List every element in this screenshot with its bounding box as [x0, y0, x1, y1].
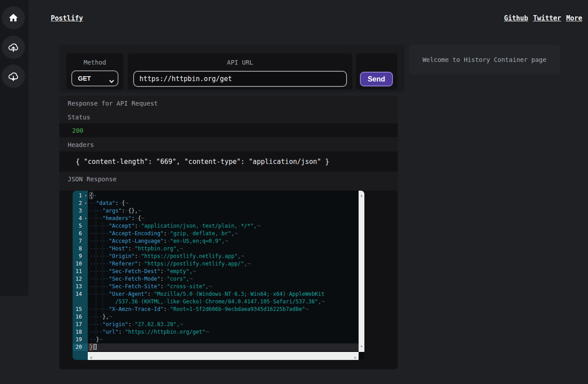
download-button[interactable] [2, 65, 25, 88]
send-box: Send [356, 53, 397, 90]
code-line: ····"headers":·{¬ [88, 215, 359, 222]
code-line: ······"Host":·"httpbin.org",¬ [88, 245, 359, 253]
code-line: ····},¬ [88, 313, 359, 321]
fold-arrow-icon[interactable]: ▾ [85, 200, 87, 207]
editor-horizontal-scrollbar[interactable]: ◀ ▶ [88, 352, 359, 360]
code-line: } [88, 343, 359, 351]
scroll-down-icon[interactable]: ▼ [359, 343, 364, 351]
text-cursor [94, 344, 97, 350]
home-icon [8, 12, 19, 23]
cloud-upload-icon [8, 41, 19, 53]
code-line: ······"Accept-Encoding":·"gzip,·deflate,… [88, 230, 359, 237]
editor-vertical-scrollbar[interactable]: ▲ ▼ [359, 191, 364, 352]
scroll-right-icon[interactable]: ▶ [355, 354, 356, 360]
code-line: ······"Sec-Fetch-Site":·"cross-site",¬ [88, 283, 359, 290]
line-number: 9 [73, 253, 88, 260]
nav-link-more[interactable]: More [566, 14, 582, 22]
code-line: /537.36·(KHTML,·like·Gecko)·Chrome/84.0.… [88, 298, 359, 306]
api-url-input[interactable] [133, 71, 347, 87]
line-number: 20 [73, 343, 88, 351]
code-line: ······"Referer":·"https://postlify.netli… [88, 260, 359, 268]
history-panel: Welcome to History Container page [409, 45, 560, 74]
code-line: ······"Accept-Language":·"en-US,en;q=0.9… [88, 237, 359, 245]
line-number: 3 [73, 207, 88, 215]
json-response-row: 1▾2▾34▾567891011121314151617181920 {¬··"… [59, 191, 398, 369]
code-line: ··}¬ [88, 336, 359, 343]
line-number: 17 [73, 321, 88, 328]
line-number: 13 [73, 283, 88, 290]
status-row: 200 [59, 123, 398, 137]
headers-label: Headers [59, 137, 398, 151]
line-number: 2▾ [73, 200, 88, 207]
headers-row: { "content-length": "669", "content-type… [59, 151, 398, 172]
json-editor: 1▾2▾34▾567891011121314151617181920 {¬··"… [73, 191, 364, 360]
line-number: 4▾ [73, 215, 88, 222]
upload-button[interactable] [2, 36, 25, 59]
code-line: ······"User-Agent":·"Mozilla/5.0·(Window… [88, 290, 359, 298]
line-number [73, 298, 88, 306]
line-number: 10 [73, 260, 88, 268]
response-title: Response for API Request [59, 96, 398, 110]
fold-arrow-icon[interactable]: ▾ [85, 215, 87, 222]
line-number: 19 [73, 336, 88, 343]
code-line: {¬ [88, 192, 359, 200]
code-line: ····"origin":·"27.62.83.28",¬ [88, 321, 359, 328]
code-line: ····"url":·"https://httpbin.org/get"¬ [88, 328, 359, 336]
json-response-label: JSON Response [59, 172, 398, 186]
status-value: 200 [72, 127, 83, 134]
url-label: API URL [128, 59, 352, 66]
line-number: 5 [73, 222, 88, 230]
line-number: 14 [73, 290, 88, 298]
line-number: 1▾ [73, 192, 88, 200]
fold-arrow-icon[interactable]: ▾ [85, 192, 87, 200]
code-line: ······"Sec-Fetch-Dest":·"empty",¬ [88, 268, 359, 275]
response-panel: Response for API Request Status 200 Head… [59, 96, 398, 369]
cloud-download-icon [8, 70, 19, 82]
line-number: 16 [73, 313, 88, 321]
nav-link-github[interactable]: Github [504, 14, 528, 22]
method-label: Method [66, 59, 123, 66]
nav-link-twitter[interactable]: Twitter [533, 14, 561, 22]
home-button[interactable] [2, 6, 25, 29]
code-line: ······"Sec-Fetch-Mode":·"cors",¬ [88, 275, 359, 283]
line-number: 18 [73, 328, 88, 336]
line-number: 6 [73, 230, 88, 237]
line-number: 12 [73, 275, 88, 283]
code-line: ······"X-Amzn-Trace-Id":·"Root=1-5f2d606… [88, 306, 359, 313]
method-box: Method GET [66, 53, 123, 90]
url-box: API URL [128, 53, 352, 90]
sidebar [0, 0, 29, 296]
history-message: Welcome to History Container page [422, 56, 546, 63]
code-line: ······"Accept":·"application/json,·text/… [88, 222, 359, 230]
top-nav: Github Twitter More [504, 14, 582, 22]
code-line: ····"args":·{},¬ [88, 207, 359, 215]
scroll-up-icon[interactable]: ▲ [359, 192, 364, 200]
editor-gutter: 1▾2▾34▾567891011121314151617181920 [73, 191, 88, 360]
scroll-left-icon[interactable]: ◀ [90, 354, 92, 360]
code-line: ······"Origin":·"https://postlify.netlif… [88, 253, 359, 260]
send-button[interactable]: Send [360, 72, 393, 86]
line-number: 7 [73, 237, 88, 245]
headers-value: { "content-length": "669", "content-type… [76, 158, 329, 166]
request-bar: Method GET API URL Send [59, 45, 404, 92]
line-number: 15 [73, 306, 88, 313]
code-line: ··"data":·{¬ [88, 200, 359, 207]
line-number: 11 [73, 268, 88, 275]
brand-link[interactable]: Postlify [51, 14, 83, 22]
method-select[interactable]: GET [71, 70, 118, 86]
editor-code[interactable]: {¬··"data":·{¬····"args":·{},¬····"heade… [88, 191, 359, 352]
status-label: Status [59, 110, 398, 123]
line-number: 8 [73, 245, 88, 253]
